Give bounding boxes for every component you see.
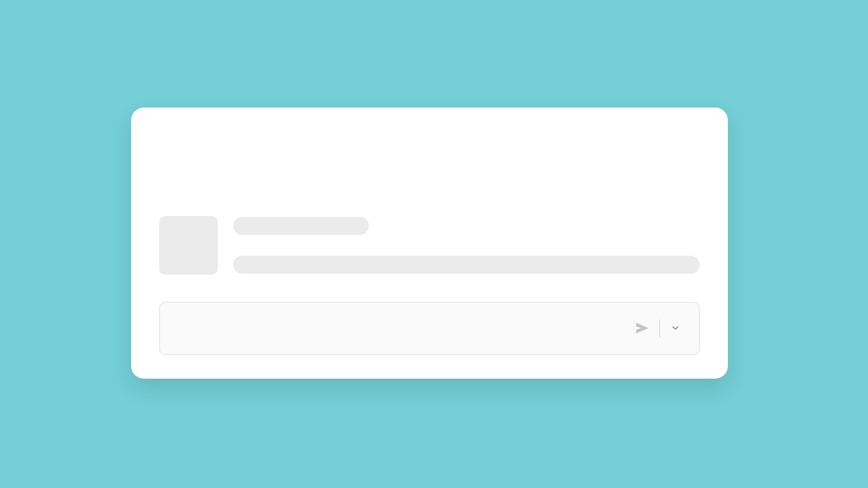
send-button[interactable] [634, 320, 650, 337]
avatar-placeholder [159, 216, 218, 275]
send-icon [634, 320, 650, 337]
composer-divider [659, 319, 660, 338]
message-title-skeleton [233, 217, 369, 235]
message-body-skeleton [233, 256, 700, 274]
more-options-button[interactable] [669, 320, 682, 337]
chat-card [131, 108, 728, 379]
message-input[interactable] [171, 303, 625, 354]
message-row [159, 216, 700, 275]
message-content [233, 217, 700, 274]
composer-bar [159, 302, 700, 355]
chevron-down-icon [670, 323, 680, 334]
